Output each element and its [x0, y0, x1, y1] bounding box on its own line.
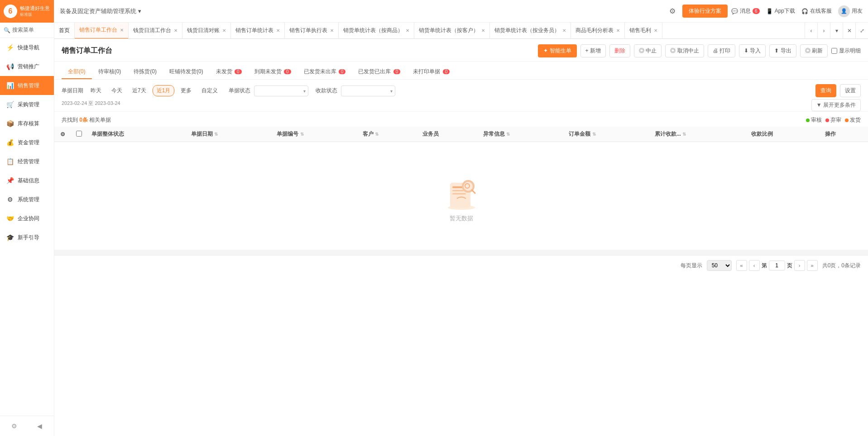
filter-date-group: 昨天 今天 近7天 近1月 更多 自定义: [87, 85, 221, 96]
user-area[interactable]: 👤 用友: [838, 5, 863, 17]
horizontal-scrollbar[interactable]: [54, 250, 868, 255]
filter-date-7days[interactable]: 近7天: [129, 85, 150, 96]
select-all-checkbox[interactable]: [76, 131, 82, 137]
sidebar-item-enterprise[interactable]: 🤝 企业协同: [0, 209, 54, 228]
last-page-button[interactable]: »: [807, 260, 818, 271]
filter-date-more[interactable]: 更多: [177, 85, 195, 96]
sub-tab-unprinted[interactable]: 未打印单据 0: [407, 65, 456, 79]
tab-sales-product[interactable]: 销货单统计表（按商品） ✕: [339, 23, 414, 39]
refresh-button[interactable]: ◎ 刷新: [800, 44, 828, 57]
tab-sales-product-close[interactable]: ✕: [406, 28, 409, 33]
filter-status-wrap: [254, 85, 308, 96]
tab-sales-profit[interactable]: 销售毛利 ✕: [625, 23, 662, 39]
filter-payment-select[interactable]: [341, 85, 395, 96]
industry-btn[interactable]: 体验行业方案: [682, 5, 728, 18]
tab-maximize[interactable]: ⤢: [855, 23, 868, 39]
export-button[interactable]: ⬆ 导出: [769, 44, 796, 57]
exception-sort-icon[interactable]: ⇅: [506, 132, 510, 137]
stop-button[interactable]: ◎ 中止: [634, 44, 662, 57]
sidebar-settings-button[interactable]: ⚙: [4, 420, 25, 432]
sub-tab-all[interactable]: 全部(0): [62, 65, 92, 79]
import-button[interactable]: ⬇ 导入: [739, 44, 766, 57]
sub-tab-shipped-not-out[interactable]: 已发货未出库 0: [297, 65, 352, 79]
online-service-button[interactable]: 🎧 在线客服: [801, 7, 832, 15]
page-size-select[interactable]: 50 20 100: [707, 260, 732, 271]
tab-scroll-left[interactable]: ‹: [805, 23, 817, 39]
sidebar-item-newbie-label: 新手引导: [18, 234, 39, 242]
tab-close-all[interactable]: ✕: [843, 23, 855, 39]
sidebar-item-inventory[interactable]: 📦 库存核算: [0, 114, 54, 133]
settings-filter-button[interactable]: 设置: [840, 84, 861, 97]
tab-cash-daily-workbench[interactable]: 钱货日清工作台 ✕: [129, 23, 182, 39]
sidebar-item-newbie[interactable]: 🎓 新手引导: [0, 228, 54, 247]
date-sort-icon[interactable]: ⇅: [214, 132, 218, 137]
tab-gross-margin-close[interactable]: ✕: [616, 28, 620, 33]
expand-filter-button[interactable]: ▼ 展开更多条件: [811, 99, 861, 111]
logo-text-group: 畅捷通好生意 标准版: [20, 5, 50, 18]
message-button[interactable]: 💬 消息 6: [731, 7, 760, 15]
sidebar-item-sales[interactable]: 📊 销售管理: [0, 76, 54, 95]
filter-date-today[interactable]: 今天: [108, 85, 126, 96]
customer-sort-icon[interactable]: ⇅: [375, 132, 379, 137]
query-button[interactable]: 查询: [815, 84, 836, 97]
cancel-review-action-button[interactable]: 弃审: [825, 116, 841, 124]
add-button[interactable]: + 新增: [580, 44, 606, 57]
show-detail-checkbox-label[interactable]: 显示明细: [831, 47, 861, 55]
filter-date-custom[interactable]: 自定义: [198, 85, 221, 96]
smart-generate-button[interactable]: ✦ 智能生单: [538, 44, 576, 57]
delete-button[interactable]: 删除: [609, 44, 630, 57]
app-download-button[interactable]: 📱 App下载: [766, 7, 795, 15]
tab-sales-customer[interactable]: 销货单统计表（按客户） ✕: [414, 23, 490, 39]
tab-sales-order-workbench[interactable]: 销售订单工作台 ✕: [75, 23, 129, 39]
next-page-button[interactable]: ›: [794, 260, 805, 271]
sub-tab-pending-pick[interactable]: 待拣货(0): [127, 65, 163, 79]
sidebar-item-finance[interactable]: 💰 资金管理: [0, 133, 54, 152]
tab-sales-exec-close[interactable]: ✕: [330, 28, 334, 33]
tab-gross-margin[interactable]: 商品毛利分析表 ✕: [571, 23, 625, 39]
sub-tab-unshipped[interactable]: 未发货 0: [210, 65, 248, 79]
tab-sales-stats-close[interactable]: ✕: [276, 28, 280, 33]
first-page-button[interactable]: «: [736, 260, 747, 271]
tab-scroll-right[interactable]: ›: [817, 23, 830, 39]
cancel-stop-button[interactable]: ◎ 取消中止: [665, 44, 704, 57]
ship-action-button[interactable]: 发货: [845, 116, 861, 124]
sub-tab-overdue-unshipped[interactable]: 到期未发货 0: [248, 65, 297, 79]
tab-sales-exec[interactable]: 销售订单执行表 ✕: [285, 23, 339, 39]
cumulative-sort-icon[interactable]: ⇅: [682, 132, 686, 137]
sidebar-item-operation[interactable]: 📋 经营管理: [0, 152, 54, 171]
amount-sort-icon[interactable]: ⇅: [592, 132, 596, 137]
show-detail-checkbox[interactable]: [831, 48, 837, 54]
sidebar-item-marketing[interactable]: 📢 营销推广: [0, 57, 54, 76]
page-number-input[interactable]: [769, 261, 785, 270]
sidebar-item-purchase[interactable]: 🛒 采购管理: [0, 95, 54, 114]
tab-sales-stats[interactable]: 销售订单统计表 ✕: [231, 23, 285, 39]
sidebar-item-basic-info[interactable]: 📌 基础信息: [0, 171, 54, 190]
sidebar-collapse-button[interactable]: ◀: [29, 420, 51, 432]
sidebar-item-system[interactable]: ⚙ 系统管理: [0, 190, 54, 209]
sub-tab-pending-review[interactable]: 待审核(0): [92, 65, 128, 79]
sidebar-item-search[interactable]: 🔍 搜索菜单: [0, 23, 54, 38]
tab-sales-salesman[interactable]: 销货单统计表（按业务员） ✕: [490, 23, 571, 39]
tab-sales-order-workbench-close[interactable]: ✕: [120, 28, 124, 33]
number-sort-icon[interactable]: ⇅: [300, 132, 304, 137]
review-action-button[interactable]: 审核: [806, 116, 822, 124]
filter-status-select[interactable]: [254, 85, 308, 96]
tab-cash-reconcile-close[interactable]: ✕: [222, 28, 226, 33]
gear-icon[interactable]: ⚙: [60, 131, 65, 137]
sub-tab-shipped-out[interactable]: 已发货已出库 0: [352, 65, 407, 79]
tab-more-menu[interactable]: ▾: [830, 23, 843, 39]
tab-sales-profit-close[interactable]: ✕: [654, 28, 657, 33]
sub-tab-shop-pending-ship[interactable]: 旺铺待发货(0): [163, 65, 210, 79]
tab-cash-daily-workbench-close[interactable]: ✕: [174, 28, 177, 33]
tab-sales-salesman-close[interactable]: ✕: [562, 28, 566, 33]
tab-sales-customer-close[interactable]: ✕: [481, 28, 485, 33]
prev-page-button[interactable]: ‹: [749, 260, 760, 271]
print-button[interactable]: 🖨 打印: [708, 44, 735, 57]
tab-cash-reconcile[interactable]: 钱货日清对账 ✕: [182, 23, 231, 39]
sidebar-item-quicknav[interactable]: ⚡ 快捷导航: [0, 38, 54, 57]
filter-date-1month[interactable]: 近1月: [153, 85, 175, 96]
tab-home[interactable]: 首页: [54, 23, 75, 39]
topbar-settings-button[interactable]: ⚙: [666, 5, 679, 18]
filter-date-yesterday[interactable]: 昨天: [87, 85, 105, 96]
system-title-dropdown[interactable]: 装备及固定资产辅助管理系统 ▾: [60, 7, 141, 15]
